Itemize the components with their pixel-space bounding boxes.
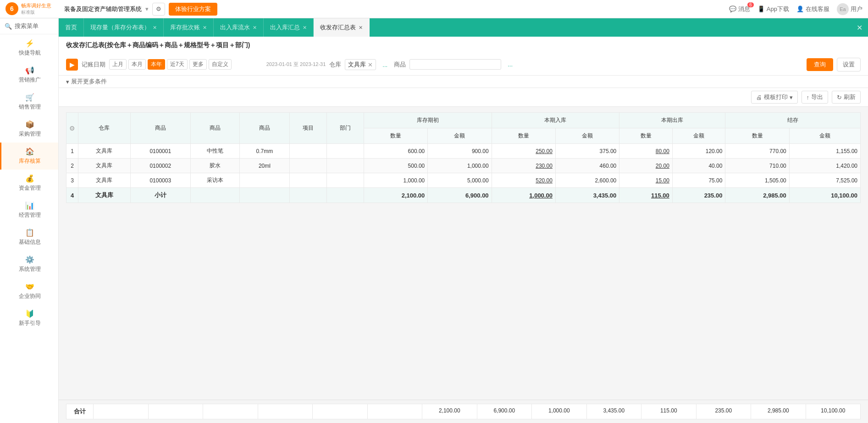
enterprise-icon: 🤝 [25,282,34,291]
refresh-icon: ↻ [837,94,842,101]
cell-project [289,159,326,173]
cell-warehouse: 文具库 [78,144,131,159]
user-button[interactable]: Ea 用户 [837,3,862,15]
warehouse-tag: 文具库 ✕ [345,59,376,70]
th-open-amt: 金额 [428,128,492,144]
cell-out-qty[interactable]: 80.00 [619,144,673,159]
sidebar-item-operations[interactable]: 📊 经营管理 [0,197,58,224]
tab-batch[interactable]: 库存批次账 ✕ [164,18,214,37]
warehouse-more-button[interactable]: ... [380,60,390,69]
sidebar-item-basic[interactable]: 📋 基础信息 [0,224,58,251]
sidebar-search[interactable]: 🔍 搜索菜单 [0,18,58,34]
product-filter-input[interactable] [409,59,501,70]
system-dropdown-icon[interactable]: ▾ [145,5,149,12]
sidebar-item-purchase[interactable]: 📦 采购管理 [0,115,58,143]
cell-in-qty[interactable]: 250.00 [492,144,555,159]
print-button[interactable]: 🖨 模板打印 ▾ [751,91,798,104]
sidebar-item-enterprise[interactable]: 🤝 企业协同 [0,278,58,305]
tab-home[interactable]: 首页 [59,18,84,37]
query-button[interactable]: 查询 [807,58,833,71]
footer-empty-4 [258,404,313,419]
expand-more-icon: ▾ [66,78,69,85]
table-row: 2 文具库 0100002 胶水 20ml 500.00 1,000.00 23… [66,159,861,173]
sidebar-item-sales[interactable]: 🛒 销售管理 [0,88,58,115]
tab-batch-close[interactable]: ✕ [203,25,207,31]
date-more[interactable]: 更多 [189,59,207,70]
th-open-qty: 数量 [364,128,427,144]
sidebar-item-label: 系统管理 [19,265,41,273]
message-button[interactable]: 💬 消息 6 [729,5,750,13]
tab-stock-dist[interactable]: 现存量（库存分布表） ✕ [84,18,164,37]
settings-button[interactable]: 设置 [837,58,861,71]
th-group-out: 本期出库 [619,113,725,128]
cell-out-amt: 120.00 [672,144,725,159]
expand-filter-button[interactable]: ▶ [66,59,78,71]
message-icon: 💬 [729,5,736,12]
sidebar-item-quick-nav[interactable]: ⚡ 快捷导航 [0,34,58,61]
warehouse-tag-remove[interactable]: ✕ [368,61,373,68]
refresh-button[interactable]: ↻ 刷新 [832,91,861,104]
tab-recv-send-close[interactable]: ✕ [359,25,363,31]
cell-out-qty[interactable]: 20.00 [619,159,673,173]
tab-recv-send[interactable]: 收发存汇总表 ✕ [314,18,370,37]
trial-button[interactable]: 体验行业方案 [169,3,217,16]
cell-in-qty[interactable]: 520.00 [492,173,555,188]
tab-bar-close-button[interactable]: ✕ [851,23,868,32]
date-7days[interactable]: 近7天 [167,59,188,70]
sidebar-item-system[interactable]: ⚙️ 系统管理 [0,251,58,278]
tab-flow[interactable]: 出入库流水 ✕ [214,18,264,37]
date-custom[interactable]: 自定义 [209,59,232,70]
footer-empty-3 [203,404,258,419]
product-more-button[interactable]: ... [505,60,515,69]
cell-out-qty[interactable]: 15.00 [619,173,673,188]
th-settings[interactable]: ⚙ [66,113,78,144]
date-this-year[interactable]: 本年 [148,59,165,70]
th-spec: 商品 [240,113,290,144]
page-content: 收发存汇总表(按仓库＋商品编码＋商品＋规格型号＋项目＋部门) ▶ 记账日期 上月… [59,37,868,423]
online-service-button[interactable]: 👤 在线客服 [796,5,829,13]
sidebar-item-marketing[interactable]: 📢 营销推广 [0,61,58,88]
table-settings-icon[interactable]: ⚙ [69,125,75,132]
subtotal-in-qty[interactable]: 1,000.00 [492,188,555,203]
footer-bal-qty: 2,985.00 [751,404,806,419]
expand-more-button[interactable]: ▾ 展开更多条件 [66,77,107,86]
footer-open-qty: 2,100.00 [422,404,477,419]
tab-bar: 首页 现存量（库存分布表） ✕ 库存批次账 ✕ 出入库流水 ✕ 出入库汇总 ✕ … [59,18,868,37]
cell-code: 0100003 [130,173,190,188]
sidebar-item-inventory[interactable]: 🏠 库存核算 [0,143,58,170]
sidebar: 🔍 搜索菜单 ⚡ 快捷导航 📢 营销推广 🛒 销售管理 📦 采购管理 🏠 库存核… [0,18,59,423]
tab-flow-close[interactable]: ✕ [253,25,257,31]
cell-bal-qty: 1,505.00 [725,173,789,188]
table-subtotal-row: 4 文具库 小计 2,100.00 6,900.00 1,000.00 3,43… [66,188,861,203]
service-icon: 👤 [796,5,804,12]
main-layout: 🔍 搜索菜单 ⚡ 快捷导航 📢 营销推广 🛒 销售管理 📦 采购管理 🏠 库存核… [0,18,868,423]
subtotal-out-qty[interactable]: 115.00 [619,188,673,203]
tab-stock-dist-close[interactable]: ✕ [153,25,157,31]
cell-bal-amt: 1,155.00 [789,144,860,159]
tab-summary-close[interactable]: ✕ [303,25,307,31]
footer-out-amt: 235.00 [697,404,752,419]
gear-button[interactable]: ⚙ [152,3,165,16]
th-dept: 部门 [326,113,364,144]
sales-icon: 🛒 [25,93,34,102]
product-filter-row: 商品 ... [394,59,515,70]
tab-summary-label: 出入库汇总 [270,23,300,32]
date-last-month[interactable]: 上月 [109,59,127,70]
sidebar-item-guide[interactable]: 🔰 新手引导 [0,305,58,332]
table-row: 1 文具库 0100001 中性笔 0.7mm 600.00 900.00 25… [66,144,861,159]
sidebar-item-label: 快捷导航 [19,49,41,57]
cell-in-qty[interactable]: 230.00 [492,159,555,173]
cell-project [289,144,326,159]
date-this-month[interactable]: 本月 [128,59,146,70]
export-button[interactable]: ↑ 导出 [802,91,829,104]
th-out-qty: 数量 [619,128,673,144]
sidebar-item-finance[interactable]: 💰 资金管理 [0,170,58,197]
date-range-row: 2023-01-01 至 2023-12-31 [235,60,326,68]
app-download-button[interactable]: 📱 App下载 [757,5,789,13]
th-project: 项目 [289,113,326,144]
tab-summary[interactable]: 出入库汇总 ✕ [264,18,314,37]
cell-dept [326,144,364,159]
th-code: 商品 [130,113,190,144]
cell-code: 0100002 [130,159,190,173]
cell-no: 1 [66,144,78,159]
